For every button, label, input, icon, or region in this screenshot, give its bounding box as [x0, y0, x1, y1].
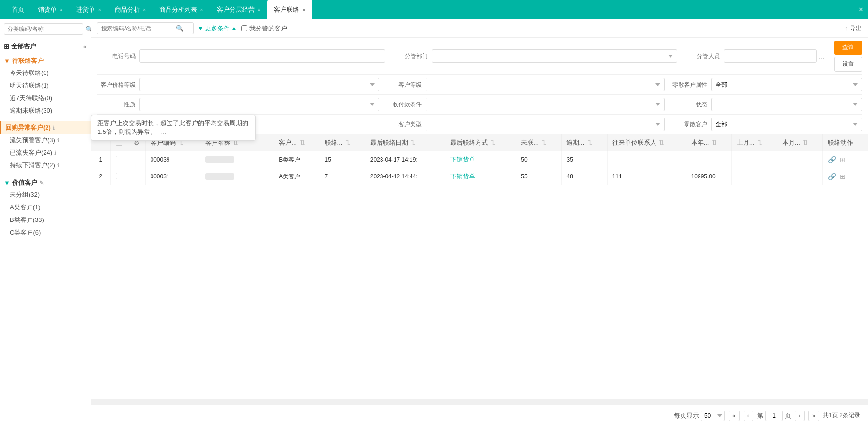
last-page-button[interactable]: »: [808, 411, 820, 421]
filter-search-icon[interactable]: 🔍: [176, 25, 183, 32]
sidebar-collapse-icon[interactable]: «: [83, 43, 87, 50]
tab-purchase-order[interactable]: 进货单 ×: [69, 0, 107, 19]
sidebar-item-tomorrow-pending[interactable]: 明天待联络(1): [0, 79, 91, 92]
export-button[interactable]: ↑ 导出: [845, 24, 863, 33]
my-customers-check[interactable]: [241, 25, 247, 31]
window-close-button[interactable]: ×: [859, 5, 863, 14]
pagination-bar: 每页显示 50 10 20 100 « ‹ 第 页 › » 共1页 2条记录: [91, 405, 868, 426]
row2-grid-icon[interactable]: ⊞: [840, 173, 846, 180]
tooltip: 距客户上次交易时长，超过了此客户的平均交易周期的1.5倍，则视为异常。 ...: [91, 115, 256, 141]
sidebar: 🔍 ⊞ 全部客户 « ▼ 待联络客户 今天待联络(0) 明天待联络(1) 近7天…: [0, 19, 91, 426]
row2-lasttype-link[interactable]: 下销货单: [450, 173, 475, 180]
row1-lasttype-link[interactable]: 下销货单: [450, 156, 475, 163]
sidebar-search-input[interactable]: [4, 23, 83, 35]
row2-name-blurred: [205, 173, 234, 180]
lastmonth-sort-icon[interactable]: ⇅: [757, 139, 762, 146]
phone-input[interactable]: [139, 49, 385, 63]
lost-pre-info-icon: ℹ: [57, 137, 59, 144]
uncontacted-sort-icon[interactable]: ⇅: [541, 139, 547, 146]
thismonth-sort-icon[interactable]: ⇅: [803, 139, 808, 146]
prev-page-button[interactable]: ‹: [744, 411, 753, 421]
value-group-edit-icon[interactable]: ✎: [39, 180, 44, 186]
my-customers-checkbox[interactable]: 我分管的客户: [241, 24, 287, 33]
col-thismonth-header: 本月... ⇅: [777, 134, 823, 151]
retail-customer-label: 零散客户: [669, 120, 707, 129]
first-page-button[interactable]: «: [729, 411, 740, 421]
sidebar-item-lost-warning[interactable]: 流失预警客户(3) ℹ: [0, 134, 91, 147]
row1-check[interactable]: [110, 151, 128, 168]
settings-button[interactable]: 设置: [834, 57, 862, 72]
contact-sort-icon[interactable]: ⇅: [345, 139, 350, 146]
sidebar-item-abnormal[interactable]: 回购异常客户(2) ℹ: [0, 121, 91, 134]
close-customer-segment-icon[interactable]: ×: [258, 7, 260, 13]
page-number-input[interactable]: [765, 411, 783, 421]
manager-label: 分管人员: [681, 52, 720, 60]
next-page-button[interactable]: ›: [795, 411, 805, 421]
sidebar-item-overdue[interactable]: 逾期未联络(30): [0, 104, 91, 117]
retail-customer-select[interactable]: 全部: [711, 118, 862, 131]
row1-grid-icon[interactable]: ⊞: [840, 156, 846, 163]
row2-checkbox[interactable]: [116, 173, 122, 179]
price-grade-label: 客户价格等级: [97, 81, 136, 89]
col-overdue-header: 逾期... ⇅: [562, 134, 607, 151]
sidebar-item-today-pending[interactable]: 今天待联络(0): [0, 67, 91, 79]
pending-group-title[interactable]: ▼ 待联络客户: [0, 54, 91, 67]
sidebar-item-a-class[interactable]: A类客户(1): [0, 201, 91, 214]
row1-lasttype[interactable]: 下销货单: [445, 151, 516, 168]
sidebar-item-b-class[interactable]: B类客户(33): [0, 214, 91, 226]
sidebar-item-lost[interactable]: 已流失客户(24) ℹ: [0, 147, 91, 159]
sidebar-item-c-class[interactable]: C类客户(6): [0, 226, 91, 239]
lasttype-sort-icon[interactable]: ⇅: [490, 139, 496, 146]
tab-product-analysis[interactable]: 商品分析 ×: [108, 0, 152, 19]
tab-customer-contact[interactable]: 客户联络 ×: [267, 0, 312, 19]
filter-search-input[interactable]: [101, 25, 174, 32]
customer-type-select[interactable]: [426, 118, 665, 131]
row1-link-icon[interactable]: 🔗: [828, 156, 836, 163]
close-customer-contact-icon[interactable]: ×: [302, 7, 305, 13]
nature-select[interactable]: [139, 98, 379, 111]
lastdate-sort-icon[interactable]: ⇅: [411, 139, 416, 146]
retail-attr-select[interactable]: 全部: [711, 78, 862, 91]
more-conditions-button[interactable]: ▼ 更多条件 ▲: [198, 24, 237, 33]
tab-product-analysis-list[interactable]: 商品分析列表 ×: [152, 0, 210, 19]
tab-customer-segment[interactable]: 客户分层经营 ×: [210, 0, 267, 19]
col-customertype-header: 客户... ⇅: [274, 134, 320, 151]
manager-ellipsis-button[interactable]: ...: [817, 52, 826, 60]
thisyear-sort-icon[interactable]: ⇅: [712, 139, 717, 146]
row2-check[interactable]: [110, 168, 128, 185]
close-product-analysis-list-icon[interactable]: ×: [200, 7, 203, 13]
phone-label: 电话号码: [97, 52, 136, 60]
companycontact-sort-icon[interactable]: ⇅: [659, 139, 664, 146]
customer-grade-select[interactable]: [426, 78, 665, 91]
total-info: 共1页 2条记录: [823, 411, 860, 420]
horizontal-scrollbar[interactable]: [91, 399, 868, 405]
close-sales-order-icon[interactable]: ×: [60, 7, 62, 13]
sidebar-search-icon[interactable]: 🔍: [85, 26, 91, 33]
value-group-title[interactable]: ▼ 价值客户 ✎: [0, 176, 91, 189]
row1-name-blurred: [205, 156, 234, 163]
dept-select-wrapper: [432, 49, 678, 63]
close-product-analysis-icon[interactable]: ×: [143, 7, 146, 13]
row2-company-contact: 111: [607, 168, 686, 185]
row1-customertype: B类客户: [274, 151, 320, 168]
row1-checkbox[interactable]: [116, 156, 122, 162]
dept-select[interactable]: [432, 49, 678, 63]
row2-link-icon[interactable]: 🔗: [828, 173, 836, 180]
row2-overdue: 48: [562, 168, 607, 185]
query-button[interactable]: 查询: [834, 41, 862, 55]
tab-home[interactable]: 首页: [5, 0, 31, 19]
price-grade-select[interactable]: [139, 78, 379, 91]
payment-terms-select[interactable]: [426, 98, 665, 111]
page-size-select[interactable]: 50 10 20 100: [701, 411, 725, 421]
manager-input[interactable]: [724, 49, 817, 63]
sidebar-item-ungrouped[interactable]: 未分组(32): [0, 189, 91, 201]
row2-lasttype[interactable]: 下销货单: [445, 168, 516, 185]
col-thisyear-header: 本年... ⇅: [686, 134, 731, 151]
overdue-sort-icon[interactable]: ⇅: [587, 139, 593, 146]
tab-sales-order[interactable]: 销货单 ×: [31, 0, 69, 19]
sidebar-item-7day-pending[interactable]: 近7天待联络(0): [0, 92, 91, 104]
sidebar-item-continuous-decline[interactable]: 持续下滑客户(2) ℹ: [0, 159, 91, 172]
close-purchase-order-icon[interactable]: ×: [98, 7, 101, 13]
status-select[interactable]: [711, 98, 862, 111]
customertype-sort-icon[interactable]: ⇅: [300, 139, 305, 146]
